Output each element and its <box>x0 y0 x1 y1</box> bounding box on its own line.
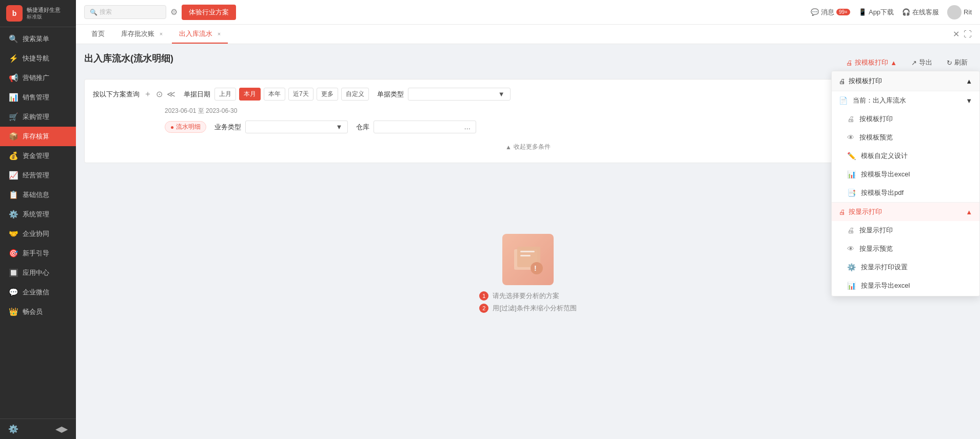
tabs-right-actions: ✕ ⛶ <box>953 29 972 39</box>
empty-steps: 1 请先选择要分析的方案 2 用[过滤]条件来缩小分析范围 <box>479 291 576 316</box>
settings-icon[interactable]: ⚙️ <box>8 424 18 434</box>
date-btn-this-year[interactable]: 本年 <box>264 88 285 101</box>
tab-inventory-batch[interactable]: 库存批次账 × <box>114 25 170 44</box>
dropdown-chevron-up[interactable]: ▲ <box>966 77 972 85</box>
filter-dot-icon: ● <box>170 124 174 131</box>
empty-step-1: 1 请先选择要分析的方案 <box>479 291 576 301</box>
sidebar-icon-12: 🔲 <box>8 268 18 277</box>
search-placeholder: 搜索 <box>100 8 112 16</box>
export-btn[interactable]: ↗ 导出 <box>907 56 936 69</box>
display-preview-icon: 👁 <box>847 245 854 253</box>
topbar-left: 🔍 搜索 ⚙ 体验行业方案 <box>84 5 805 20</box>
date-filter-btns: 上月 本月 本年 近7天 更多 自定义 <box>214 88 369 101</box>
sidebar-item-10[interactable]: 🤝 企业协同 <box>0 224 76 244</box>
pdf-icon: 📑 <box>847 189 856 197</box>
refresh-btn[interactable]: ↻ 刷新 <box>943 56 972 69</box>
app-edition: 标准版 <box>27 13 61 21</box>
close-tab-stock-flow[interactable]: × <box>218 31 221 37</box>
sidebar-item-13[interactable]: 💬 企业微信 <box>0 283 76 302</box>
sidebar-icon-5: 📦 <box>8 132 18 141</box>
warehouse-select[interactable]: … <box>374 121 476 133</box>
warehouse-more-icon: … <box>464 123 471 131</box>
excel-icon: 📊 <box>847 170 856 178</box>
gear-icon[interactable]: ⚙ <box>170 7 178 17</box>
sidebar-item-4[interactable]: 🛒 采购管理 <box>0 107 76 127</box>
dropdown-display-print-settings[interactable]: ⚙️ 按显示打印设置 <box>832 258 979 276</box>
date-btn-last-month[interactable]: 上月 <box>214 88 236 101</box>
tab-home[interactable]: 首页 <box>84 25 112 44</box>
message-label: 消息 <box>821 8 834 17</box>
sidebar-icon-14: 👑 <box>8 307 18 316</box>
biz-type-label: 业务类型 <box>214 123 241 132</box>
doc-type-label: 单据类型 <box>377 90 404 99</box>
dropdown-export-excel-template[interactable]: 📊 按模板导出excel <box>832 165 979 184</box>
print-template-btn[interactable]: 🖨 按模板打印 ▲ <box>842 56 901 69</box>
message-badge: 99+ <box>836 9 850 15</box>
tab-stock-flow[interactable]: 出入库流水 × <box>172 25 228 44</box>
sidebar-label-4: 采购管理 <box>23 112 49 122</box>
print-icon: 🖨 <box>847 115 854 123</box>
sidebar-item-6[interactable]: 💰 资金管理 <box>0 146 76 166</box>
date-btn-more[interactable]: 更多 <box>317 88 338 101</box>
sidebar-item-8[interactable]: 📋 基础信息 <box>0 185 76 205</box>
biz-type-select[interactable]: ▼ <box>245 121 348 133</box>
close-tab-inventory-batch[interactable]: × <box>160 31 163 37</box>
sidebar-label-7: 经营管理 <box>23 171 49 180</box>
filter-scheme-label: 按以下方案查询 <box>93 90 140 99</box>
sidebar-item-14[interactable]: 👑 畅会员 <box>0 302 76 322</box>
dropdown-current-template[interactable]: 📄 当前：出入库流水 ▼ <box>832 91 979 110</box>
headset-icon: 🎧 <box>902 8 910 16</box>
sidebar-icon-6: 💰 <box>8 151 18 161</box>
svg-text:!: ! <box>534 264 537 272</box>
sidebar-item-2[interactable]: 📢 营销推广 <box>0 68 76 88</box>
sidebar-item-11[interactable]: 🎯 新手引导 <box>0 244 76 263</box>
dropdown-display-header[interactable]: 🖨 按显示打印 ▲ <box>832 203 979 221</box>
dropdown-preview-template[interactable]: 👁 按模板预览 <box>832 128 979 147</box>
close-all-icon[interactable]: ✕ <box>953 29 959 39</box>
dropdown-print-template[interactable]: 🖨 按模板打印 <box>832 110 979 128</box>
sidebar-label-13: 企业微信 <box>23 288 49 297</box>
sidebar-item-0[interactable]: 🔍 搜索菜单 <box>0 29 76 49</box>
industry-btn[interactable]: 体验行业方案 <box>182 5 236 20</box>
maximize-icon[interactable]: ⛶ <box>964 30 972 39</box>
active-filter-tag[interactable]: ● 流水明细 <box>165 121 206 133</box>
app-download-group[interactable]: 📱 App下载 <box>858 8 894 17</box>
collapse-sidebar-icon[interactable]: ◀▶ <box>55 424 68 434</box>
sidebar-item-9[interactable]: ⚙️ 系统管理 <box>0 205 76 224</box>
dropdown-display-print[interactable]: 🖨 按显示打印 <box>832 221 979 240</box>
sidebar-item-1[interactable]: ⚡ 快捷导航 <box>0 49 76 68</box>
filter-collapse-left-icon[interactable]: ≪ <box>167 89 175 99</box>
content-area: 出入库流水(流水明细) 🖨 按模板打印 ▲ ↗ 导出 ↻ 刷新 <box>76 44 980 439</box>
date-btn-custom[interactable]: 自定义 <box>341 88 369 101</box>
doc-type-select[interactable]: ▼ <box>408 88 511 101</box>
export-icon: ↗ <box>911 59 917 67</box>
dropdown-display-export-excel[interactable]: 📊 按显示导出excel <box>832 276 979 295</box>
main-area: 🔍 搜索 ⚙ 体验行业方案 💬 消息 99+ 📱 App下载 🎧 在线客服 <box>76 0 980 439</box>
user-avatar-group[interactable]: Rit <box>947 5 972 19</box>
online-service-group[interactable]: 🎧 在线客服 <box>902 8 939 17</box>
sidebar-label-12: 应用中心 <box>23 268 49 277</box>
design-icon: ✏️ <box>847 152 856 160</box>
sidebar-item-3[interactable]: 📊 销售管理 <box>0 88 76 107</box>
dropdown-display-preview[interactable]: 👁 按显示预览 <box>832 240 979 258</box>
message-icon: 💬 <box>811 8 819 16</box>
filter-settings-icon[interactable]: ⊙ <box>156 89 163 99</box>
message-group[interactable]: 💬 消息 99+ <box>811 8 850 17</box>
dropdown-display-section: 🖨 按显示打印 ▲ 🖨 按显示打印 👁 按显示预览 ⚙️ 按显示打印设置 <box>832 202 979 296</box>
dropdown-display-export-pdf[interactable]: 📑 按显示导出pdf <box>832 295 979 296</box>
sidebar-item-12[interactable]: 🔲 应用中心 <box>0 263 76 283</box>
sidebar-icon-8: 📋 <box>8 190 18 199</box>
app-download-label: App下载 <box>869 8 894 17</box>
sidebar-item-5[interactable]: 📦 库存核算 <box>0 127 76 146</box>
chevron-up-icon: ▲ <box>890 59 897 67</box>
dropdown-export-pdf-template[interactable]: 📑 按模板导出pdf <box>832 184 979 202</box>
sidebar-item-7[interactable]: 📈 经营管理 <box>0 166 76 185</box>
search-icon: 🔍 <box>90 9 97 16</box>
add-filter-icon[interactable]: ＋ <box>144 89 152 99</box>
dropdown-design-template[interactable]: ✏️ 模板自定义设计 <box>832 147 979 165</box>
date-btn-this-month[interactable]: 本月 <box>239 88 261 101</box>
sidebar-label-10: 企业协同 <box>23 229 49 238</box>
date-btn-7days[interactable]: 近7天 <box>288 88 313 101</box>
search-input[interactable]: 🔍 搜索 <box>84 5 166 19</box>
sidebar-label-3: 销售管理 <box>23 93 49 102</box>
